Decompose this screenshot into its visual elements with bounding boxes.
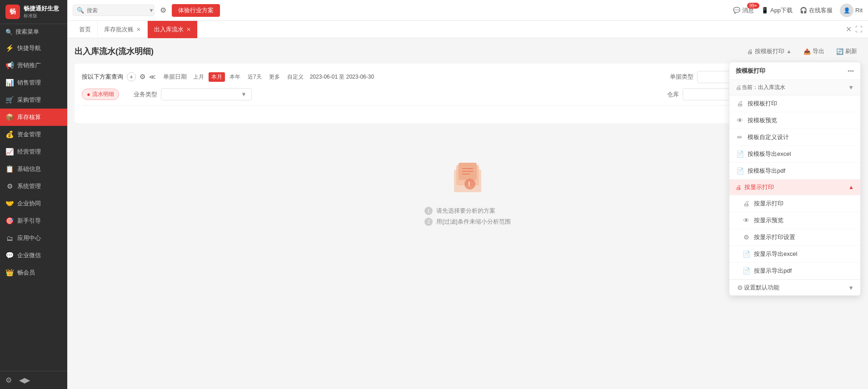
user-avatar[interactable]: 👤 Rit bbox=[840, 4, 863, 17]
export-button[interactable]: 📤 导出 bbox=[800, 45, 828, 57]
guide-icon: 🎯 bbox=[5, 217, 14, 225]
tabs-bar: 首页 库存批次账 ✕ 出入库流水 ✕ ✕ ⛶ bbox=[67, 21, 868, 38]
print-template-button[interactable]: 🖨 按模板打印 ▲ bbox=[743, 45, 795, 57]
empty-hints: 1 请先选择要分析的方案 2 用[过滤]条件来缩小分析范围 bbox=[424, 207, 510, 226]
filter-collapse-icon[interactable]: ≪ bbox=[149, 73, 156, 80]
app-download-button[interactable]: 📱 App下载 bbox=[761, 6, 793, 15]
sidebar-item-member[interactable]: 👑 畅会员 bbox=[0, 264, 67, 281]
message-badge: 99+ bbox=[747, 3, 759, 9]
collapse-sidebar-icon[interactable]: ◀▶ bbox=[19, 376, 30, 384]
sidebar-item-label: 企业微信 bbox=[17, 251, 41, 259]
doc-type-label: 单据类型 bbox=[670, 73, 693, 81]
tab-in-out-flow-label: 出入库流水 bbox=[154, 25, 184, 34]
message-button[interactable]: 💬 消息 99+ bbox=[733, 6, 754, 15]
header-settings-icon[interactable]: ⚙ bbox=[160, 6, 166, 15]
panel-section-display-label: 按显示打印 bbox=[744, 183, 774, 191]
date-tabs: 上月 本月 本年 近7天 更多 自定义 bbox=[190, 72, 306, 82]
sidebar-item-label: 采购管理 bbox=[17, 96, 41, 104]
tab-batch-account-close[interactable]: ✕ bbox=[136, 26, 141, 33]
filter-tag[interactable]: ● 流水明细 bbox=[82, 89, 119, 100]
filter-add-button[interactable]: + bbox=[127, 72, 136, 81]
date-tab-year[interactable]: 本年 bbox=[227, 72, 243, 82]
panel-item-template-preview[interactable]: 👁 按模板预览 bbox=[729, 112, 860, 129]
sidebar-item-label: 库存核算 bbox=[17, 113, 41, 121]
date-tab-current-month[interactable]: 本月 bbox=[209, 72, 225, 82]
panel-section-display[interactable]: 🖨 按显示打印 ▲ bbox=[729, 180, 860, 195]
header-search-input[interactable] bbox=[87, 7, 146, 14]
enterprise-icon: 🤝 bbox=[5, 199, 14, 208]
panel-item-template-print[interactable]: 🖨 按模板打印 bbox=[729, 95, 860, 112]
customer-service-button[interactable]: 🎧 在线客服 bbox=[800, 6, 833, 15]
panel-item-display-excel[interactable]: 📄 按显示导出excel bbox=[729, 246, 860, 263]
sidebar-item-operations[interactable]: 📈 经营管理 bbox=[0, 143, 67, 160]
sidebar-item-weixin[interactable]: 💬 企业微信 bbox=[0, 247, 67, 264]
sidebar-item-guide[interactable]: 🎯 新手引导 bbox=[0, 212, 67, 229]
sidebar-item-marketing[interactable]: 📢 营销推广 bbox=[0, 57, 67, 74]
refresh-button[interactable]: 🔄 刷新 bbox=[833, 45, 861, 57]
header-cta-button[interactable]: 体验行业方案 bbox=[172, 4, 220, 17]
filter-settings-icon[interactable]: ⚙ bbox=[140, 73, 145, 81]
panel-item-template-custom[interactable]: ✏ 模板自定义设计 bbox=[729, 129, 860, 146]
print-chevron-icon: ▲ bbox=[786, 48, 792, 55]
sidebar-item-enterprise[interactable]: 🤝 企业协同 bbox=[0, 195, 67, 212]
logo-main-text: 畅捷通好生意 bbox=[24, 5, 59, 13]
panel-item-display-pdf[interactable]: 📄 按显示导出pdf bbox=[729, 263, 860, 279]
panel-item-label: 按模板打印 bbox=[748, 100, 777, 108]
business-type-dropdown[interactable]: ▼ bbox=[161, 88, 252, 100]
date-tab-custom[interactable]: 自定义 bbox=[284, 72, 306, 82]
hint-text-1: 请先选择要分析的方案 bbox=[436, 207, 495, 215]
avatar: 👤 bbox=[840, 4, 853, 17]
panel-sub-icon: 🖨 bbox=[736, 84, 742, 91]
sidebar-item-sales[interactable]: 📊 销售管理 bbox=[0, 74, 67, 91]
basics-icon: 📋 bbox=[5, 165, 14, 173]
svg-text:!: ! bbox=[468, 180, 470, 188]
logo-sub-text: 标准版 bbox=[24, 13, 59, 19]
date-range-display: 2023-06-01 至 2023-06-30 bbox=[310, 73, 374, 81]
date-tab-more[interactable]: 更多 bbox=[266, 72, 283, 82]
sidebar-item-label: 营销推广 bbox=[17, 61, 41, 70]
sidebar-search[interactable]: 🔍 搜索菜单 bbox=[0, 24, 67, 40]
system-icon: ⚙ bbox=[5, 182, 14, 190]
panel-footer[interactable]: ⚙ 设置默认功能 ▼ bbox=[729, 279, 860, 295]
settings-bottom-icon[interactable]: ⚙ bbox=[5, 376, 12, 384]
panel-item-label: 按显示导出excel bbox=[754, 250, 797, 258]
panel-more-icon[interactable]: ••• bbox=[848, 68, 854, 75]
tab-in-out-flow[interactable]: 出入库流水 ✕ bbox=[148, 21, 198, 38]
logo-icon: 畅 bbox=[5, 5, 20, 19]
mobile-icon: 📱 bbox=[761, 7, 768, 14]
date-tab-7days[interactable]: 近7天 bbox=[245, 72, 264, 82]
sidebar-item-label: 资金管理 bbox=[17, 130, 41, 139]
header-search-dropdown-icon[interactable]: ▼ bbox=[149, 7, 154, 14]
panel-item-display-settings[interactable]: ⚙ 按显示打印设置 bbox=[729, 229, 860, 246]
header-search-box[interactable]: 🔍 ▼ bbox=[73, 5, 155, 16]
tab-in-out-flow-close[interactable]: ✕ bbox=[186, 26, 191, 33]
panel-item-display-preview[interactable]: 👁 按显示预览 bbox=[729, 212, 860, 229]
sidebar-item-label: 畅会员 bbox=[17, 269, 35, 277]
purchase-icon: 🛒 bbox=[5, 96, 14, 104]
sidebar-item-finance[interactable]: 💰 资金管理 bbox=[0, 126, 67, 143]
header-search-icon: 🔍 bbox=[77, 7, 84, 14]
business-type-dropdown-icon: ▼ bbox=[241, 91, 247, 98]
inventory-icon: 📦 bbox=[5, 113, 14, 121]
sidebar-item-basics[interactable]: 📋 基础信息 bbox=[0, 160, 67, 178]
sidebar-item-purchase[interactable]: 🛒 采购管理 bbox=[0, 91, 67, 109]
tab-batch-account[interactable]: 库存批次账 ✕ bbox=[98, 21, 148, 38]
date-tab-prev-month[interactable]: 上月 bbox=[190, 72, 207, 82]
sidebar-logo[interactable]: 畅 畅捷通好生意 标准版 bbox=[0, 0, 67, 24]
tab-home[interactable]: 首页 bbox=[73, 21, 98, 38]
sidebar-item-quick-nav[interactable]: ⚡ 快捷导航 bbox=[0, 40, 67, 57]
display-settings-icon: ⚙ bbox=[742, 234, 750, 241]
sidebar-item-system[interactable]: ⚙ 系统管理 bbox=[0, 178, 67, 195]
close-window-icon[interactable]: ✕ bbox=[846, 25, 852, 34]
sidebar-item-inventory[interactable]: 📦 库存核算 bbox=[0, 109, 67, 126]
panel-item-template-pdf[interactable]: 📄 按模板导出pdf bbox=[729, 163, 860, 180]
panel-item-display-print[interactable]: 🖨 按显示打印 bbox=[729, 195, 860, 212]
expand-window-icon[interactable]: ⛶ bbox=[855, 25, 863, 34]
filter-label-text: 按以下方案查询 bbox=[82, 73, 123, 81]
panel-header-icons: ••• bbox=[848, 68, 854, 75]
sidebar-search-label: 搜索菜单 bbox=[15, 28, 39, 36]
sidebar-item-app-center[interactable]: 🗂 应用中心 bbox=[0, 229, 67, 247]
panel-item-label: 按模板预览 bbox=[748, 116, 777, 125]
panel-item-template-excel[interactable]: 📄 按模板导出excel bbox=[729, 146, 860, 163]
top-header: 🔍 ▼ ⚙ 体验行业方案 💬 消息 99+ 📱 App下载 🎧 在线客服 bbox=[67, 0, 868, 21]
